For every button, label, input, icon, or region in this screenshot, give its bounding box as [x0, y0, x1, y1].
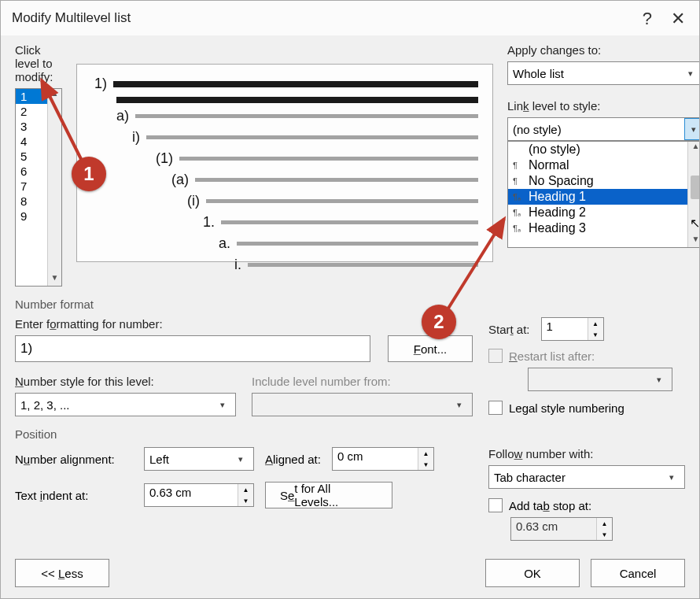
preview-line: 1.: [94, 214, 478, 231]
less-button[interactable]: << Less: [15, 559, 109, 587]
aligned-at-value: 0 cm: [333, 448, 418, 470]
preview-line-label: a): [116, 108, 129, 124]
number-style-dropdown[interactable]: 1, 2, 3, ... ▾: [15, 393, 236, 416]
help-icon[interactable]: ?: [643, 9, 652, 29]
style-option-no-spacing[interactable]: ¶No Spacing: [508, 173, 700, 189]
close-icon[interactable]: ✕: [671, 9, 685, 29]
style-option-heading-1[interactable]: ¶ₐHeading 1: [508, 189, 700, 205]
preview-line: (i): [94, 193, 478, 209]
spinner-down-icon[interactable]: ▼: [238, 495, 253, 506]
preview-line: i): [94, 129, 478, 146]
chevron-down-icon: ▾: [651, 375, 667, 385]
follow-number-label: Follow number with:: [488, 447, 685, 460]
start-at-label: Start at:: [488, 323, 530, 336]
chevron-down-icon: ▾: [684, 118, 700, 140]
apply-changes-label: Apply changes to:: [507, 43, 700, 57]
spinner-up-icon[interactable]: ▲: [588, 318, 603, 329]
restart-list-checkbox: [488, 349, 503, 363]
dialog-footer: << Less OK Cancel: [15, 559, 685, 587]
preview-line-label: (1): [156, 150, 173, 167]
preview-line-bar: [248, 263, 478, 267]
enter-formatting-label: Enter formatting for number:: [15, 317, 473, 331]
style-option-label: Heading 3: [529, 221, 586, 235]
start-at-input[interactable]: 1 ▲▼: [541, 317, 604, 341]
level-list[interactable]: 123456789 ▲ ▼: [15, 88, 62, 287]
set-all-levels-button[interactable]: Set for All Levels...: [265, 482, 392, 508]
preview-line-bar: [206, 199, 478, 203]
include-level-label: Include level number from:: [252, 375, 473, 388]
text-indent-value: 0.63 cm: [145, 484, 238, 506]
style-scrollbar[interactable]: ▲ ▼: [687, 142, 700, 247]
level-list-label: Click level to modify:: [15, 43, 62, 83]
text-indent-label: Text indent at:: [15, 489, 133, 502]
spinner-down-icon[interactable]: ▼: [588, 329, 603, 340]
preview-line-label: (i): [187, 193, 200, 209]
number-style-value: 1, 2, 3, ...: [20, 398, 215, 412]
tab-stop-input: 0.63 cm ▲▼: [510, 517, 613, 541]
legal-style-label: Legal style numbering: [509, 401, 624, 415]
preview-line-bar: [113, 81, 478, 87]
style-option-label: Normal: [529, 158, 569, 172]
apply-changes-dropdown[interactable]: Whole list ▾: [507, 61, 700, 85]
start-at-value: 1: [542, 318, 588, 340]
style-option-heading-3[interactable]: ¶ₐHeading 3: [508, 220, 700, 236]
chevron-down-icon: ▾: [683, 68, 698, 79]
spinner-up-icon[interactable]: ▲: [418, 448, 433, 459]
chevron-down-icon: ▾: [451, 400, 467, 410]
style-listbox[interactable]: (no style)¶Normal¶No Spacing¶ₐHeading 1¶…: [507, 141, 700, 248]
dialog-title: Modify Multilevel list: [12, 10, 131, 26]
scroll-up-icon[interactable]: ▲: [48, 89, 61, 102]
preview-line: 1): [94, 76, 478, 92]
add-tab-stop-checkbox[interactable]: [488, 498, 503, 512]
cancel-button[interactable]: Cancel: [591, 559, 685, 587]
scroll-down-icon[interactable]: ▼: [688, 235, 700, 247]
restart-list-label: Restart list after:: [509, 349, 595, 363]
number-alignment-dropdown[interactable]: Left ▾: [144, 447, 254, 471]
paragraph-icon: ¶: [513, 176, 518, 186]
scroll-down-icon[interactable]: ▼: [48, 273, 61, 286]
preview-line-label: 1.: [203, 214, 215, 231]
preview-line-bar: [237, 242, 478, 246]
annotation-1-bubble: 1: [72, 157, 106, 191]
follow-number-dropdown[interactable]: Tab character ▾: [488, 465, 685, 489]
style-option-normal[interactable]: ¶Normal: [508, 157, 700, 173]
style-option--no-style-[interactable]: (no style): [508, 142, 700, 157]
add-tab-stop-row[interactable]: Add tab stop at:: [488, 498, 685, 512]
font-button[interactable]: Font...: [388, 335, 473, 362]
legal-style-checkbox[interactable]: [488, 401, 503, 415]
add-tab-stop-label: Add tab stop at:: [509, 499, 591, 512]
preview-line-bar: [179, 157, 478, 161]
chevron-down-icon: ▾: [664, 472, 680, 483]
style-option-label: Heading 1: [529, 190, 586, 203]
enter-formatting-input[interactable]: [15, 335, 370, 362]
link-level-selected: (no style): [513, 123, 684, 136]
legal-style-row[interactable]: Legal style numbering: [488, 401, 685, 415]
style-option-label: Heading 2: [529, 205, 586, 219]
number-alignment-value: Left: [149, 453, 233, 466]
aligned-at-label: Aligned at:: [265, 453, 321, 466]
paragraph-icon: ¶: [513, 161, 518, 170]
spinner-up-icon[interactable]: ▲: [238, 484, 253, 495]
spinner-down-icon: ▼: [597, 529, 612, 540]
preview-line-bar: [221, 220, 478, 224]
preview-line-label: i): [132, 129, 140, 146]
titlebar: Modify Multilevel list ? ✕: [1, 1, 699, 35]
restart-list-dropdown: ▾: [528, 368, 672, 391]
spinner-up-icon: ▲: [597, 518, 612, 529]
aligned-at-input[interactable]: 0 cm ▲▼: [332, 447, 434, 471]
number-style-label: Number style for this level:: [15, 375, 236, 388]
include-level-dropdown: ▾: [252, 393, 473, 416]
preview-line: (a): [94, 172, 478, 188]
link-level-dropdown[interactable]: (no style) ▾: [507, 117, 700, 141]
scroll-up-icon[interactable]: ▲: [688, 142, 700, 154]
style-option-heading-2[interactable]: ¶ₐHeading 2: [508, 205, 700, 220]
position-section-label: Position: [15, 427, 685, 441]
ok-button[interactable]: OK: [485, 559, 580, 587]
follow-number-value: Tab character: [494, 471, 664, 484]
text-indent-input[interactable]: 0.63 cm ▲▼: [144, 483, 254, 507]
scroll-thumb[interactable]: [691, 176, 700, 199]
level-list-scrollbar[interactable]: ▲ ▼: [47, 89, 61, 286]
spinner-down-icon[interactable]: ▼: [418, 459, 433, 470]
preview-line-label: 1): [94, 76, 107, 92]
chevron-down-icon: ▾: [233, 454, 249, 464]
